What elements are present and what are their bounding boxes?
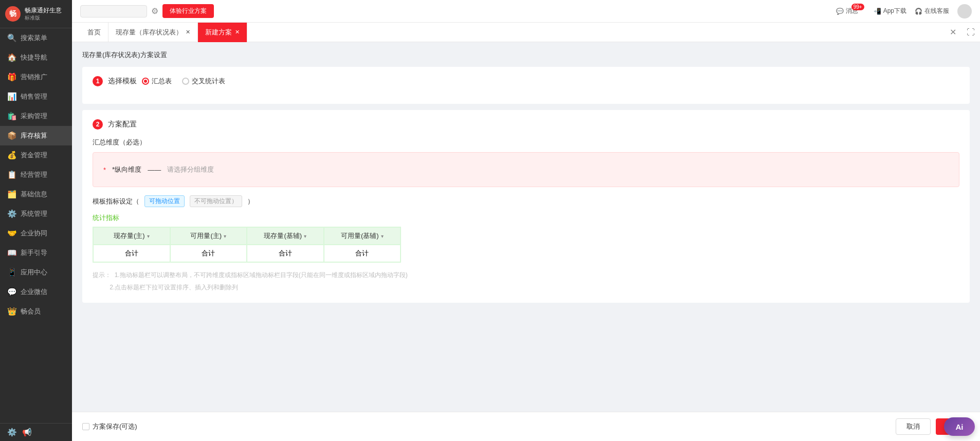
radio-summary-circle [142,78,149,85]
sidebar-item-inventory[interactable]: 📦 库存核算 [0,126,72,145]
stats-table: 现存量(主) ▾ 可用量(主) ▾ [93,227,401,263]
message-button[interactable]: 💬 消息 99+ [836,7,858,15]
sidebar-item-sales[interactable]: 📊 销售管理 [0,87,72,106]
sidebar-item-purchase[interactable]: 🛍️ 采购管理 [0,106,72,126]
newbie-icon: 📖 [7,248,16,258]
sidebar-item-shortcut[interactable]: 🏠 快捷导航 [0,48,72,67]
step1-title: 选择模板 [108,77,137,86]
hint2: 2.点击标题栏下拉可设置排序、插入列和删除列 [93,281,959,293]
sidebar-item-inventory-label: 库存核算 [21,131,47,140]
basic-icon: 🗂️ [7,190,16,199]
col3-chevron-icon: ▾ [304,233,306,239]
col1-header[interactable]: 现存量(主) ▾ [93,227,170,245]
summary-dimension-label: 汇总维度（必选） [93,138,959,147]
step1-section: 1 选择模板 汇总表 交叉统计表 [82,67,970,104]
col3-header[interactable]: 现存量(基辅) ▾ [247,227,324,245]
purchase-icon: 🛍️ [7,112,16,121]
sidebar-item-marketing-label: 营销推广 [21,72,47,82]
radio-summary-label: 汇总表 [152,77,172,86]
inventory-icon: 📦 [7,131,16,140]
app-icon: 📲 [874,8,881,15]
sidebar-item-system[interactable]: ⚙️ 系统管理 [0,204,72,224]
dimension-row: * *纵向维度 —— 请选择分组维度 [103,165,949,174]
template-settings: 模板指标设定（ 可拖动位置 不可拖动位置） ） [93,195,959,207]
sidebar-item-finance[interactable]: 💰 资金管理 [0,145,72,165]
step1-badge: 1 [93,76,103,86]
message-badge: 99+ [851,4,864,10]
sidebar-item-apps-label: 应用中心 [21,268,47,277]
col4-cell: 合计 [324,245,401,262]
sidebar-item-purchase-label: 采购管理 [21,112,47,121]
dimension-area[interactable]: * *纵向维度 —— 请选择分组维度 [93,152,959,187]
radio-cross-circle [182,78,189,85]
template-radio-group: 汇总表 交叉统计表 [142,77,225,86]
ai-bubble-label: Ai [956,422,964,431]
sidebar-item-newbie[interactable]: 📖 新手引导 [0,243,72,263]
hint1: 提示： 1.拖动标题栏可以调整布局，不可跨维度或指标区域拖动标栏目字段(只能在同… [93,269,959,281]
wechat-icon: 💬 [7,287,16,297]
sidebar-logo: 畅 畅康通好生意 标准版 [0,0,72,28]
tab-new-scheme-label: 新建方案 [205,28,232,37]
member-icon: 👑 [7,307,16,316]
service-label: 在线客服 [924,7,949,15]
sidebar-item-marketing[interactable]: 🎁 营销推广 [0,67,72,87]
sidebar: 畅 畅康通好生意 标准版 🔍 搜索菜单 🏠 快捷导航 🎁 营销推广 📊 销售管理… [0,0,72,441]
sidebar-item-enterprise-label: 企业协同 [21,229,47,238]
sidebar-item-enterprise[interactable]: 🤝 企业协同 [0,224,72,243]
sidebar-item-apps[interactable]: 📱 应用中心 [0,263,72,282]
search-icon: 🔍 [7,33,16,43]
save-checkbox[interactable] [82,423,89,430]
tab-home[interactable]: 首页 [80,23,108,42]
tab-inventory-close-icon[interactable]: ✕ [186,29,190,35]
topbar-left: ⚙ 体验行业方案 [80,4,830,18]
save-option[interactable]: 方案保存(可选) [82,422,137,431]
speaker-icon[interactable]: 📢 [22,428,32,437]
app-download-button[interactable]: 📲 App下载 [874,7,906,15]
tab-inventory-status[interactable]: 现存量（库存状况表） ✕ [108,23,198,42]
sidebar-item-basic[interactable]: 🗂️ 基础信息 [0,185,72,204]
draggable-tag: 可拖动位置 [144,195,185,207]
service-button[interactable]: 🎧 在线客服 [915,7,949,15]
dimension-label: *纵向维度 [112,165,141,174]
tab-inventory-label: 现存量（库存状况表） [116,28,183,37]
sidebar-item-shortcut-label: 快捷导航 [21,53,47,62]
sidebar-item-member[interactable]: 👑 畅会员 [0,302,72,321]
tabs-bar: 首页 现存量（库存状况表） ✕ 新建方案 ✕ ✕ ⛶ [72,23,980,42]
topbar-right: 💬 消息 99+ 📲 App下载 🎧 在线客服 [836,4,972,19]
col4-chevron-icon: ▾ [381,233,384,239]
trial-button[interactable]: 体验行业方案 [162,4,214,18]
radio-summary[interactable]: 汇总表 [142,77,172,86]
cancel-button[interactable]: 取消 [896,418,931,435]
dimension-placeholder: 请选择分组维度 [167,165,214,174]
sidebar-item-search[interactable]: 🔍 搜索菜单 [0,28,72,48]
tab-collapse-icon[interactable]: ✕ [945,27,961,37]
user-avatar[interactable] [957,4,972,19]
col4-header[interactable]: 可用量(基辅) ▾ [324,227,401,245]
topbar-search-input[interactable] [80,5,147,17]
operations-icon: 📋 [7,170,16,179]
stats-section: 统计指标 现存量(主) ▾ 可用量 [93,213,959,263]
sidebar-item-operations[interactable]: 📋 经营管理 [0,165,72,185]
col3-cell: 合计 [247,245,324,262]
col2-cell: 合计 [170,245,247,262]
step2-badge: 2 [93,119,103,130]
template-settings-close: ） [247,197,254,206]
topbar-gear-icon[interactable]: ⚙ [151,6,158,16]
settings-icon[interactable]: ⚙️ [7,428,17,437]
sidebar-item-wechat[interactable]: 💬 企业微信 [0,282,72,302]
radio-cross[interactable]: 交叉统计表 [182,77,225,86]
tab-new-scheme[interactable]: 新建方案 ✕ [198,23,247,42]
radio-cross-label: 交叉统计表 [192,77,225,86]
ai-bubble[interactable]: Ai [944,417,975,436]
sidebar-scroll: 🔍 搜索菜单 🏠 快捷导航 🎁 营销推广 📊 销售管理 🛍️ 采购管理 📦 库存… [0,28,72,423]
home-icon: 🏠 [7,53,16,62]
bottom-bar: 方案保存(可选) 取消 查询 [72,412,980,441]
dimension-dash: —— [148,166,161,174]
logo-icon: 畅 [5,6,21,22]
col2-header[interactable]: 可用量(主) ▾ [170,227,247,245]
tab-expand-icon[interactable]: ⛶ [961,28,980,37]
message-icon: 💬 [836,8,844,15]
step2-title: 方案配置 [108,120,137,129]
tab-new-scheme-close-icon[interactable]: ✕ [235,29,240,35]
required-marker: * [103,166,106,174]
